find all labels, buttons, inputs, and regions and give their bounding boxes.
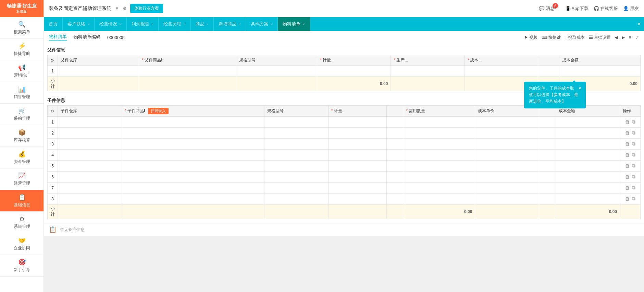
- child-row-7-warehouse[interactable]: [58, 183, 122, 194]
- child-row-7-spec[interactable]: [264, 183, 328, 194]
- child-row-4-spec[interactable]: [264, 150, 328, 161]
- child-row-2-unit[interactable]: [328, 128, 386, 139]
- child-row-5-qty[interactable]: [403, 161, 475, 172]
- child-row-4-warehouse[interactable]: [58, 150, 122, 161]
- child-row-4-qty[interactable]: [403, 150, 475, 161]
- delete-row-4-icon[interactable]: 🗑: [625, 152, 630, 157]
- copy-row-2-icon[interactable]: ⧉: [632, 130, 635, 136]
- child-row-8-unit[interactable]: [328, 194, 386, 205]
- child-row-3-uprice[interactable]: [475, 139, 539, 150]
- nav-tab-operations-close[interactable]: ×: [119, 22, 121, 26]
- sidebar-item-basicinfo[interactable]: 📋 基础信息: [0, 190, 44, 212]
- delete-row-8-icon[interactable]: 🗑: [625, 196, 630, 201]
- child-row-2-warehouse[interactable]: [58, 128, 122, 139]
- sidebar-item-system[interactable]: ⚙ 系统管理: [0, 212, 44, 233]
- sub-tab-bom-code[interactable]: 物料清单编码: [74, 34, 100, 41]
- nav-tab-history-close[interactable]: ×: [183, 22, 185, 26]
- sidebar-item-purchase[interactable]: 🛒 采购管理: [0, 104, 44, 125]
- copy-row-3-icon[interactable]: ⧉: [632, 141, 635, 147]
- nav-tab-customer[interactable]: 客户联络 ×: [63, 17, 95, 31]
- nav-tab-bom-close[interactable]: ×: [302, 22, 305, 26]
- parent-row-1-unit[interactable]: [317, 66, 391, 77]
- child-row-7-uprice[interactable]: [475, 183, 539, 194]
- child-row-7-unit[interactable]: [328, 183, 386, 194]
- parent-row-1-spec[interactable]: [236, 66, 317, 77]
- nav-tab-newgoods-close[interactable]: ×: [238, 22, 240, 26]
- parent-col-settings[interactable]: ⚙: [48, 55, 58, 66]
- sub-tab-bom[interactable]: 物料清单: [49, 34, 67, 41]
- child-row-6-unit[interactable]: [328, 172, 386, 183]
- child-row-3-goods[interactable]: [122, 139, 264, 150]
- scan-input-btn[interactable]: 扫码录入: [148, 108, 169, 114]
- delete-row-5-icon[interactable]: 🗑: [625, 163, 630, 168]
- sidebar-item-sales[interactable]: 📊 销售管理: [0, 82, 44, 104]
- delete-row-2-icon[interactable]: 🗑: [625, 130, 630, 136]
- child-row-1-warehouse[interactable]: [58, 117, 122, 128]
- child-row-3-spec[interactable]: [264, 139, 328, 150]
- nav-tab-profit-close[interactable]: ×: [151, 22, 153, 26]
- delete-row-7-icon[interactable]: 🗑: [625, 185, 630, 190]
- nav-tab-customer-close[interactable]: ×: [87, 22, 89, 26]
- parent-row-1-goods[interactable]: [139, 66, 236, 77]
- child-row-3-warehouse[interactable]: [58, 139, 122, 150]
- child-row-2-spec[interactable]: [264, 128, 328, 139]
- action-doc-settings[interactable]: ☰ 单据设置: [589, 35, 610, 40]
- nav-prev-icon[interactable]: ◀: [615, 35, 618, 40]
- trial-button[interactable]: 体验行业方案: [130, 4, 163, 13]
- child-row-6-spec[interactable]: [264, 172, 328, 183]
- app-download-link[interactable]: 📱 App下载: [565, 5, 589, 12]
- nav-tab-barcode[interactable]: 条码方案 ×: [246, 17, 278, 31]
- child-row-7-goods[interactable]: [122, 183, 264, 194]
- sidebar-item-cooperation[interactable]: 🤝 企业协同: [0, 233, 44, 255]
- nav-tab-barcode-close[interactable]: ×: [271, 22, 273, 26]
- action-shortcuts[interactable]: ⌨ 快捷键: [542, 35, 561, 40]
- nav-tab-profit[interactable]: 利润报告 ×: [127, 17, 159, 31]
- nav-tab-history[interactable]: 经营历程 ×: [159, 17, 190, 31]
- parent-row-1-cost[interactable]: [465, 66, 538, 77]
- child-row-4-uprice[interactable]: [475, 150, 539, 161]
- child-row-3-unit[interactable]: [328, 139, 386, 150]
- nav-tab-home[interactable]: 首页: [44, 17, 63, 31]
- tooltip-close-btn[interactable]: ×: [579, 85, 581, 92]
- child-row-8-goods[interactable]: [122, 194, 264, 205]
- sidebar-item-quicknav[interactable]: ⚡ 快捷导航: [0, 39, 44, 60]
- online-service-link[interactable]: 🎧 在线客服: [594, 5, 618, 12]
- sidebar-item-marketing[interactable]: 📢 营销推广: [0, 60, 44, 82]
- parent-row-1-warehouse[interactable]: [58, 66, 139, 77]
- nav-tab-goods[interactable]: 商品 ×: [191, 17, 214, 31]
- copy-row-6-icon[interactable]: ⧉: [632, 174, 635, 179]
- dropdown-arrow-icon[interactable]: ▼: [115, 6, 119, 11]
- nav-tab-bom[interactable]: 物料清单 ×: [278, 17, 310, 31]
- child-row-5-uprice[interactable]: [475, 161, 539, 172]
- copy-row-4-icon[interactable]: ⧉: [632, 152, 635, 157]
- nav-next-icon[interactable]: ▶: [622, 35, 625, 40]
- child-row-3-qty[interactable]: [403, 139, 475, 150]
- child-row-6-qty[interactable]: [403, 172, 475, 183]
- settings-icon[interactable]: ⚙: [123, 6, 127, 11]
- child-row-6-uprice[interactable]: [475, 172, 539, 183]
- child-row-2-qty[interactable]: [403, 128, 475, 139]
- child-row-4-unit[interactable]: [328, 150, 386, 161]
- action-video[interactable]: ▶ 视频: [524, 35, 537, 40]
- child-row-2-goods[interactable]: [122, 128, 264, 139]
- sidebar-item-operations[interactable]: 📈 经营管理: [0, 168, 44, 190]
- child-col-settings[interactable]: ⚙: [48, 106, 58, 117]
- child-row-4-goods[interactable]: [122, 150, 264, 161]
- user-avatar[interactable]: 👤 用友: [623, 5, 639, 12]
- child-row-1-goods[interactable]: [122, 117, 264, 128]
- view-toggle-icon[interactable]: ≡: [629, 35, 631, 40]
- child-row-6-goods[interactable]: [122, 172, 264, 183]
- nav-tab-newgoods[interactable]: 新增商品 ×: [214, 17, 246, 31]
- action-extract-cost[interactable]: ↑ 提取成本: [565, 35, 584, 40]
- child-row-7-qty[interactable]: [403, 183, 475, 194]
- nav-tab-operations[interactable]: 经营情况 ×: [95, 17, 126, 31]
- child-row-5-unit[interactable]: [328, 161, 386, 172]
- copy-row-1-icon[interactable]: ⧉: [632, 119, 635, 125]
- message-icon[interactable]: 💬 消息6: [539, 5, 560, 12]
- delete-row-6-icon[interactable]: 🗑: [625, 174, 630, 179]
- copy-row-5-icon[interactable]: ⧉: [632, 163, 635, 168]
- child-row-1-uprice[interactable]: [475, 117, 539, 128]
- child-row-1-qty[interactable]: [403, 117, 475, 128]
- copy-row-7-icon[interactable]: ⧉: [632, 185, 635, 190]
- child-row-1-spec[interactable]: [264, 117, 328, 128]
